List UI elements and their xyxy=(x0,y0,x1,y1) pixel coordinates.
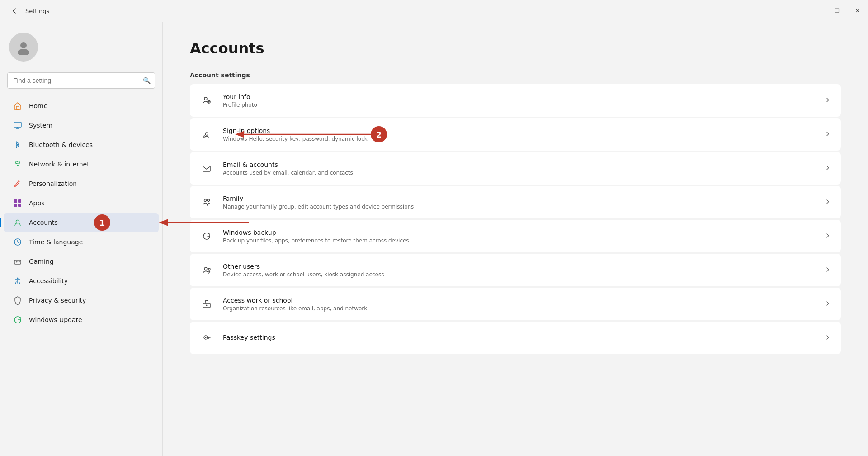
settings-item-other-users[interactable]: Other usersDevice access, work or school… xyxy=(190,254,841,286)
sign-in-desc: Windows Hello, security key, password, d… xyxy=(223,136,815,142)
sidebar-item-gaming[interactable]: Gaming xyxy=(4,252,159,271)
access-work-school-text: Access work or schoolOrganization resour… xyxy=(223,297,815,312)
apps-icon xyxy=(13,198,23,208)
sign-in-title: Sign-in options xyxy=(223,127,815,134)
maximize-button[interactable]: ❐ xyxy=(826,0,847,22)
sidebar-item-label: Privacy & security xyxy=(29,297,86,304)
sidebar-item-accounts[interactable]: Accounts xyxy=(4,213,159,232)
sidebar-item-label: Accessibility xyxy=(29,277,68,285)
svg-rect-3 xyxy=(14,122,21,127)
svg-point-23 xyxy=(204,200,207,202)
settings-list: Your infoProfile photoSign-in optionsWin… xyxy=(190,84,841,354)
svg-point-14 xyxy=(19,261,20,262)
personalization-icon xyxy=(13,179,23,189)
windows-backup-icon xyxy=(199,229,214,243)
app-body: 🔍 HomeSystemBluetooth & devicesNetwork &… xyxy=(0,22,868,456)
nav-list: HomeSystemBluetooth & devicesNetwork & i… xyxy=(0,96,162,330)
annotation-badge-2: 2 xyxy=(371,126,387,142)
svg-point-15 xyxy=(17,278,19,279)
windows-backup-text: Windows backupBack up your files, apps, … xyxy=(223,229,815,244)
settings-item-family[interactable]: FamilyManage your family group, edit acc… xyxy=(190,186,841,218)
content-area: Accounts Account settings Your infoProfi… xyxy=(163,22,868,456)
settings-item-windows-backup[interactable]: Windows backupBack up your files, apps, … xyxy=(190,220,841,252)
sidebar-item-accessibility[interactable]: Accessibility xyxy=(4,271,159,290)
sidebar-item-system[interactable]: System xyxy=(4,116,159,135)
svg-rect-2 xyxy=(16,106,19,109)
access-work-school-title: Access work or school xyxy=(223,297,815,304)
email-accounts-text: Email & accountsAccounts used by email, … xyxy=(223,161,815,176)
sidebar-item-label: Windows Update xyxy=(29,316,82,323)
access-work-school-desc: Organization resources like email, apps,… xyxy=(223,305,815,312)
svg-point-26 xyxy=(208,268,210,270)
family-text: FamilyManage your family group, edit acc… xyxy=(223,195,815,210)
settings-item-sign-in[interactable]: Sign-in optionsWindows Hello, security k… xyxy=(190,118,841,151)
page-title: Accounts xyxy=(190,40,841,57)
svg-point-13 xyxy=(19,261,19,262)
minimize-button[interactable]: — xyxy=(806,0,826,22)
back-button[interactable] xyxy=(7,4,22,18)
time-icon xyxy=(13,237,23,247)
sign-in-icon xyxy=(199,127,214,142)
settings-item-access-work-school[interactable]: Access work or schoolOrganization resour… xyxy=(190,288,841,320)
sidebar-item-time[interactable]: Time & language xyxy=(4,233,159,252)
settings-item-your-info[interactable]: Your infoProfile photo xyxy=(190,84,841,117)
passkey-icon xyxy=(199,331,214,345)
search-input[interactable] xyxy=(7,72,155,89)
svg-point-25 xyxy=(204,267,207,270)
svg-point-1 xyxy=(18,49,29,55)
window-controls: — ❐ ✕ xyxy=(806,0,868,22)
sidebar-item-privacy[interactable]: Privacy & security xyxy=(4,291,159,310)
access-work-school-chevron-icon xyxy=(824,300,831,309)
family-chevron-icon xyxy=(824,198,831,207)
accounts-icon xyxy=(13,218,23,228)
sidebar-item-personalization[interactable]: Personalization xyxy=(4,174,159,193)
svg-rect-22 xyxy=(203,166,210,171)
sidebar-item-bluetooth[interactable]: Bluetooth & devices xyxy=(4,135,159,154)
passkey-chevron-icon xyxy=(824,334,831,342)
search-icon: 🔍 xyxy=(143,77,151,84)
sidebar-item-label: Home xyxy=(29,102,47,109)
sidebar-item-network[interactable]: Network & internet xyxy=(4,155,159,174)
annotation-badge-1: 1 xyxy=(94,214,110,231)
gaming-icon xyxy=(13,256,23,266)
search-box[interactable]: 🔍 xyxy=(7,72,155,89)
svg-point-32 xyxy=(205,337,207,338)
email-accounts-chevron-icon xyxy=(824,164,831,173)
user-avatar-area xyxy=(0,25,162,72)
svg-point-4 xyxy=(17,165,19,166)
sidebar-item-label: Network & internet xyxy=(29,161,90,168)
passkey-text: Passkey settings xyxy=(223,334,815,342)
section-label: Account settings xyxy=(190,71,841,79)
bluetooth-icon xyxy=(13,140,23,150)
passkey-title: Passkey settings xyxy=(223,334,815,341)
other-users-icon xyxy=(199,263,214,277)
your-info-chevron-icon xyxy=(824,96,831,105)
sign-in-chevron-icon xyxy=(824,130,831,139)
windows-backup-desc: Back up your files, apps, preferences to… xyxy=(223,238,815,244)
svg-point-21 xyxy=(205,136,208,138)
sidebar-item-update[interactable]: Windows Update xyxy=(4,310,159,329)
privacy-icon xyxy=(13,295,23,305)
svg-point-20 xyxy=(205,133,208,135)
sidebar-item-apps[interactable]: Apps xyxy=(4,194,159,213)
family-desc: Manage your family group, edit account t… xyxy=(223,204,815,210)
svg-point-16 xyxy=(204,97,207,100)
access-work-school-icon xyxy=(199,297,214,311)
family-icon xyxy=(199,195,214,209)
close-button[interactable]: ✕ xyxy=(847,0,868,22)
sidebar-item-home[interactable]: Home xyxy=(4,96,159,115)
windows-backup-title: Windows backup xyxy=(223,229,815,236)
avatar xyxy=(9,33,38,62)
other-users-desc: Device access, work or school users, kio… xyxy=(223,271,815,278)
email-accounts-desc: Accounts used by email, calendar, and co… xyxy=(223,170,815,176)
sidebar-item-label: Accounts xyxy=(29,219,58,226)
update-icon xyxy=(13,315,23,325)
settings-item-email-accounts[interactable]: Email & accountsAccounts used by email, … xyxy=(190,152,841,185)
your-info-desc: Profile photo xyxy=(223,102,815,108)
sidebar-item-label: Personalization xyxy=(29,180,77,187)
settings-item-passkey[interactable]: Passkey settings xyxy=(190,322,841,354)
svg-rect-8 xyxy=(14,204,17,207)
sign-in-text: Sign-in optionsWindows Hello, security k… xyxy=(223,127,815,142)
accessibility-icon xyxy=(13,276,23,286)
other-users-text: Other usersDevice access, work or school… xyxy=(223,263,815,278)
